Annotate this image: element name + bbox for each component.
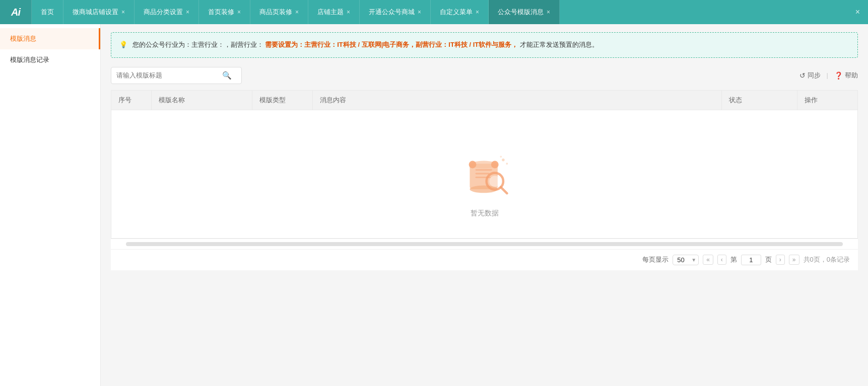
page-word: 第: [730, 255, 737, 264]
close-tab-1[interactable]: ×: [121, 9, 125, 16]
data-table: 序号 模版名称 模版类型 消息内容 状态 操作: [111, 90, 858, 239]
top-nav: Ai 首页 微商城店铺设置 × 商品分类设置 × 首页装修 × 商品页装修 × …: [0, 0, 868, 24]
tab-product-category[interactable]: 商品分类设置 ×: [135, 0, 199, 24]
col-header-status: 状态: [722, 90, 797, 110]
close-tab-6[interactable]: ×: [418, 9, 421, 16]
tab-home[interactable]: 首页: [32, 0, 63, 24]
last-page-button[interactable]: »: [789, 255, 799, 265]
col-header-template-name: 模版名称: [152, 90, 252, 110]
main-layout: 模版消息 模版消息记录 💡 您的公众号行业为：主营行业：，副营行业： 需要设置为…: [0, 24, 868, 386]
notice-box: 💡 您的公众号行业为：主营行业：，副营行业： 需要设置为：主营行业：IT科技 /…: [111, 32, 858, 58]
col-header-template-type: 模版类型: [252, 90, 313, 110]
svg-point-13: [500, 156, 502, 158]
search-input-wrap: 🔍: [111, 67, 242, 84]
search-icon[interactable]: 🔍: [222, 71, 232, 80]
close-tab-3[interactable]: ×: [237, 9, 241, 16]
tab-product-decoration[interactable]: 商品页装修 ×: [250, 0, 308, 24]
svg-point-11: [502, 159, 505, 162]
sidebar-item-template-message[interactable]: 模版消息: [0, 28, 100, 49]
sidebar-item-template-message-records[interactable]: 模版消息记录: [0, 49, 100, 70]
tab-custom-menu[interactable]: 自定义菜单 ×: [431, 0, 489, 24]
svg-rect-6: [475, 173, 489, 174]
help-icon: ❓: [834, 71, 843, 80]
svg-rect-5: [475, 169, 492, 171]
toolbar-divider: |: [827, 71, 828, 79]
fake-scrollbar[interactable]: [126, 242, 843, 246]
close-tab-7[interactable]: ×: [476, 9, 479, 16]
next-page-button[interactable]: ›: [776, 255, 785, 265]
col-header-action: 操作: [797, 90, 858, 110]
svg-point-9: [489, 176, 500, 187]
close-tab-8[interactable]: ×: [547, 9, 550, 16]
lightbulb-icon: 💡: [119, 41, 127, 48]
help-button[interactable]: ❓ 帮助: [834, 71, 858, 80]
page-size-select[interactable]: 10 20 50 100: [673, 255, 699, 265]
empty-text: 暂无数据: [471, 209, 499, 218]
sync-button[interactable]: ↺ 同步: [799, 71, 821, 80]
svg-point-12: [506, 163, 508, 165]
close-tab-2[interactable]: ×: [186, 9, 189, 16]
page-size-label: 每页显示: [642, 255, 669, 264]
col-header-seq: 序号: [111, 90, 152, 110]
search-bar: 🔍 ↺ 同步 | ❓ 帮助: [111, 67, 858, 84]
empty-illustration: [454, 140, 515, 201]
svg-point-3: [469, 161, 476, 168]
toolbar-right: ↺ 同步 | ❓ 帮助: [799, 71, 858, 80]
svg-line-10: [501, 187, 507, 193]
tab-template-message[interactable]: 公众号模版消息 ×: [489, 0, 560, 24]
tab-open-wechat-mall[interactable]: 开通公众号商城 ×: [360, 0, 431, 24]
scrollbar-row: [111, 239, 858, 249]
tab-home-decoration[interactable]: 首页装修 ×: [199, 0, 250, 24]
current-page-input[interactable]: [741, 255, 761, 265]
svg-point-4: [491, 161, 498, 168]
sync-icon: ↺: [799, 71, 806, 80]
tab-wechat-shop-settings[interactable]: 微商城店铺设置 ×: [63, 0, 135, 24]
prev-page-button[interactable]: ‹: [717, 255, 726, 265]
col-header-message-content: 消息内容: [313, 90, 722, 110]
brand-logo: Ai: [0, 0, 32, 24]
pagination-bar: 每页显示 10 20 50 100 ▼ « ‹ 第 页 › » 共0页，0条记录: [111, 249, 858, 270]
content-area: 💡 您的公众号行业为：主营行业：，副营行业： 需要设置为：主营行业：IT科技 /…: [101, 24, 868, 386]
tab-store-theme[interactable]: 店铺主题 ×: [308, 0, 360, 24]
page-size-select-wrap: 10 20 50 100 ▼: [673, 255, 699, 265]
close-tab-4[interactable]: ×: [295, 9, 299, 16]
total-label: 共0页，0条记录: [804, 255, 850, 264]
global-close-button[interactable]: ×: [855, 8, 860, 17]
empty-state: 暂无数据: [111, 110, 857, 238]
page-unit: 页: [765, 255, 772, 264]
sidebar: 模版消息 模版消息记录: [0, 24, 101, 386]
search-input[interactable]: [116, 71, 222, 79]
first-page-button[interactable]: «: [703, 255, 713, 265]
close-tab-5[interactable]: ×: [347, 9, 350, 16]
